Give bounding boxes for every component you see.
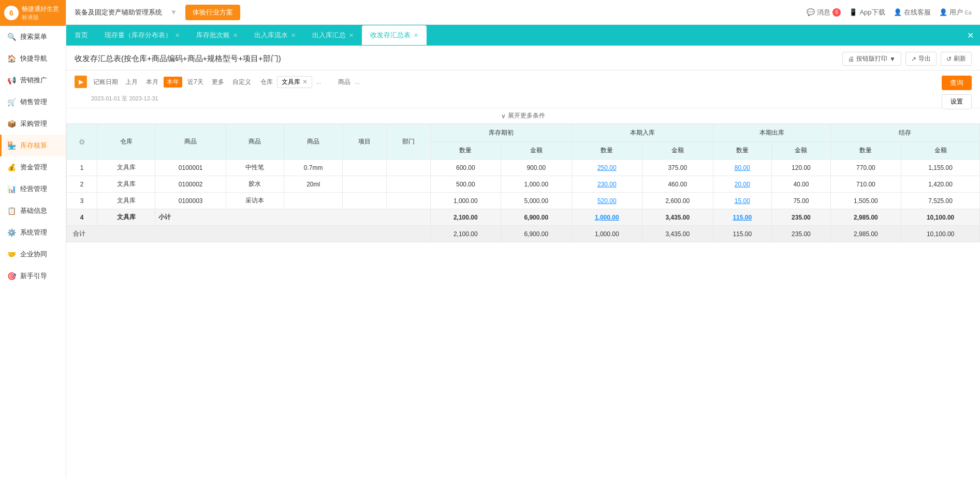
user-menu[interactable]: 👤 用户 Ea xyxy=(939,8,972,17)
subtotal-warehouse: 文具库 xyxy=(97,209,155,226)
sidebar-item-finance[interactable]: 💰 资金管理 xyxy=(0,156,66,178)
tab-batch[interactable]: 库存批次账 ✕ xyxy=(188,25,246,45)
tab-recv-send[interactable]: 收发存汇总表 ✕ xyxy=(362,25,427,45)
print-button[interactable]: 🖨 按钮版打印 ▼ xyxy=(842,52,901,66)
cell-out-qty[interactable]: 80.00 xyxy=(713,160,772,176)
th-dept: 部门 xyxy=(387,124,431,160)
date-btn-custom[interactable]: 自定义 xyxy=(229,77,254,88)
enterprise-icon: 🤝 xyxy=(7,250,16,258)
cell-bal-amt: 1,420.00 xyxy=(901,176,980,193)
topbar: 装备及固定资产辅助管理系统 ▼ 体验行业方案 💬 消息 6 📱 App下载 👤 … xyxy=(66,0,980,25)
cell-dept xyxy=(387,193,431,209)
expand-button[interactable]: ∨ 展开更多条件 xyxy=(501,111,545,120)
date-btn-this-year[interactable]: 本年 xyxy=(164,77,182,88)
tab-close-summary[interactable]: ✕ xyxy=(349,32,354,39)
page-actions: 🖨 按钮版打印 ▼ ↗ 导出 ↺ 刷新 xyxy=(842,52,972,66)
sidebar-item-enterprise[interactable]: 🤝 企业协同 xyxy=(0,243,66,265)
product-more[interactable]: ... xyxy=(355,78,360,85)
cell-in-qty[interactable]: 250.00 xyxy=(572,160,642,176)
cell-out-amt: 120.00 xyxy=(772,160,831,176)
cell-in-qty[interactable]: 230.00 xyxy=(572,176,642,193)
cell-project xyxy=(343,176,387,193)
date-filter-group: 记账日期 上月 本月 本年 近7天 更多 自定义 xyxy=(93,77,254,88)
sidebar-item-quick-nav[interactable]: 🏠 快捷导航 xyxy=(0,48,66,69)
guide-icon: 🎯 xyxy=(7,272,16,280)
close-all-tabs[interactable]: ✕ xyxy=(961,31,980,40)
sidebar-item-marketing[interactable]: 📢 营销推广 xyxy=(0,69,66,91)
cell-bal-qty: 770.00 xyxy=(830,160,901,176)
date-btn-7days[interactable]: 近7天 xyxy=(184,77,207,88)
subtotal-out-qty[interactable]: 115.00 xyxy=(713,209,772,226)
date-btn-last-month[interactable]: 上月 xyxy=(122,77,141,88)
tab-close-batch[interactable]: ✕ xyxy=(233,32,238,39)
sidebar-item-system[interactable]: ⚙️ 系统管理 xyxy=(0,222,66,243)
sales-icon: 🛒 xyxy=(7,98,16,106)
product-filter-group: 商品 ... xyxy=(338,78,360,86)
total-bal-qty: 2,985.00 xyxy=(830,226,901,242)
date-filter-label: 记账日期 xyxy=(93,78,118,86)
cell-out-qty[interactable]: 15.00 xyxy=(713,193,772,209)
sidebar-item-basic[interactable]: 📋 基础信息 xyxy=(0,200,66,222)
date-btn-more[interactable]: 更多 xyxy=(209,77,227,88)
th-init-stock: 库存期初 xyxy=(430,124,572,142)
sidebar-item-guide[interactable]: 🎯 新手引导 xyxy=(0,265,66,287)
query-button[interactable]: 查询 xyxy=(942,76,972,90)
cell-in-qty[interactable]: 520.00 xyxy=(572,193,642,209)
th-bal-amt: 金额 xyxy=(901,142,980,160)
online-service-btn[interactable]: 👤 在线客服 xyxy=(894,8,931,17)
th-init-amt: 金额 xyxy=(501,142,572,160)
export-icon: ↗ xyxy=(911,55,916,63)
cell-init-qty: 1,000.00 xyxy=(430,193,501,209)
tab-close-recv-send[interactable]: ✕ xyxy=(414,32,418,39)
tab-stock-dist[interactable]: 现存量（库存分布表） ✕ xyxy=(96,25,188,45)
demo-button[interactable]: 体验行业方案 xyxy=(185,5,240,20)
cell-init-qty: 600.00 xyxy=(430,160,501,176)
sidebar-item-operations[interactable]: 📊 经营管理 xyxy=(0,178,66,200)
cell-warehouse: 文具库 xyxy=(97,193,155,209)
total-init-amt: 6,900.00 xyxy=(501,226,572,242)
message-badge: 6 xyxy=(832,8,841,17)
cell-name: 胶水 xyxy=(226,176,284,193)
cell-spec: 0.7mm xyxy=(284,160,343,176)
cell-warehouse: 文具库 xyxy=(97,176,155,193)
cell-dept xyxy=(387,176,431,193)
cell-dept xyxy=(387,160,431,176)
th-settings[interactable]: ⚙ xyxy=(67,124,97,160)
tab-flow[interactable]: 出入库流水 ✕ xyxy=(246,25,304,45)
refresh-button[interactable]: ↺ 刷新 xyxy=(941,52,972,66)
date-btn-this-month[interactable]: 本月 xyxy=(143,77,162,88)
warehouse-tag-remove[interactable]: ✕ xyxy=(302,78,308,85)
export-button[interactable]: ↗ 导出 xyxy=(905,52,937,66)
cell-out-amt: 75.00 xyxy=(772,193,831,209)
cell-init-qty: 500.00 xyxy=(430,176,501,193)
settings-icon[interactable]: ⚙ xyxy=(79,138,85,146)
subtotal-in-qty[interactable]: 1,000.00 xyxy=(572,209,642,226)
total-in-amt: 3,435.00 xyxy=(642,226,713,242)
cell-no: 2 xyxy=(67,176,97,193)
tab-close-stock-dist[interactable]: ✕ xyxy=(175,32,180,39)
sidebar-item-purchase[interactable]: 📦 采购管理 xyxy=(0,113,66,135)
cell-bal-qty: 710.00 xyxy=(830,176,901,193)
cell-name: 中性笔 xyxy=(226,160,284,176)
tab-home[interactable]: 首页 xyxy=(66,25,96,45)
cell-out-qty[interactable]: 20.00 xyxy=(713,176,772,193)
sidebar-item-search[interactable]: 🔍 搜索菜单 xyxy=(0,26,66,48)
tab-summary[interactable]: 出入库汇总 ✕ xyxy=(304,25,362,45)
sidebar-item-sales[interactable]: 🛒 销售管理 xyxy=(0,91,66,113)
content-area: 收发存汇总表(按仓库+商品编码+商品+规格型号+项目+部门) 🖨 按钮版打印 ▼… xyxy=(66,46,980,478)
sidebar-item-inventory[interactable]: 🏪 库存核算 xyxy=(0,135,66,156)
cell-code: 0100002 xyxy=(155,176,226,193)
subtotal-no: 4 xyxy=(67,209,97,226)
warehouse-more[interactable]: ... xyxy=(316,78,321,85)
message-btn[interactable]: 💬 消息 6 xyxy=(807,8,841,17)
basic-icon: 📋 xyxy=(7,207,16,215)
logo-text: 畅捷通好生意 标准版 xyxy=(22,5,59,21)
setting-button[interactable]: 设置 xyxy=(942,94,972,109)
print-icon: 🖨 xyxy=(848,55,854,63)
subtotal-init-qty: 2,100.00 xyxy=(430,209,501,226)
filter-toggle[interactable]: ▶ xyxy=(75,76,87,88)
table-row: 1 文具库 0100001 中性笔 0.7mm 600.00 900.00 25… xyxy=(67,160,980,176)
cell-bal-qty: 1,505.00 xyxy=(830,193,901,209)
app-download-btn[interactable]: 📱 App下载 xyxy=(849,8,885,17)
tab-close-flow[interactable]: ✕ xyxy=(291,32,296,39)
